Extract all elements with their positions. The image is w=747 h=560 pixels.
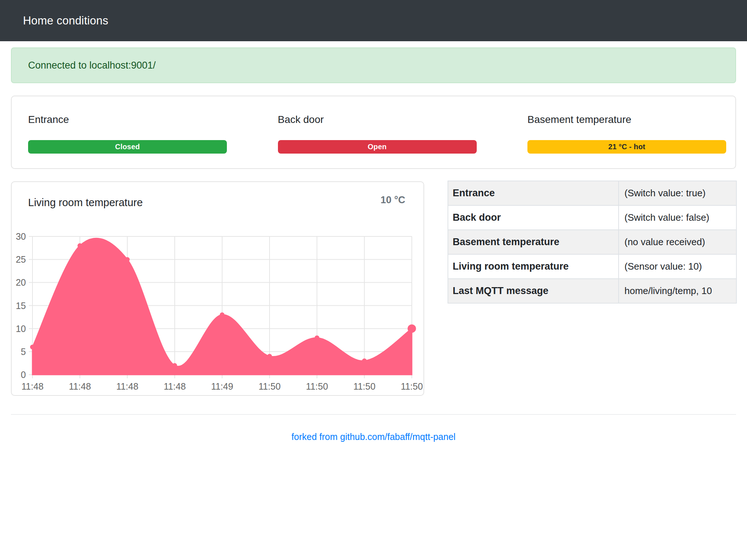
widget-title: Basement temperature (527, 114, 726, 125)
table-row: Basement temperature (no value received) (448, 230, 736, 254)
widget-title: Back door (278, 114, 477, 125)
row-label: Living room temperature (448, 254, 619, 279)
connection-alert: Connected to localhost:9001/ (11, 47, 736, 83)
table-row: Last MQTT message home/living/temp, 10 (448, 279, 736, 303)
app-title: Home conditions (23, 14, 108, 27)
status-widgets-panel: Entrance Closed Back door Open Basement … (11, 96, 736, 169)
row-value: (no value received) (619, 230, 736, 254)
status-badge-entrance: Closed (28, 140, 227, 154)
svg-text:11:49: 11:49 (211, 381, 233, 391)
svg-text:11:50: 11:50 (259, 381, 281, 391)
row-value: (Switch value: false) (619, 205, 736, 230)
row-label: Entrance (448, 181, 619, 205)
widget-basement-temperature: Basement temperature 21 °C - hot (527, 114, 726, 168)
sensor-table: Entrance (Switch value: true) Back door … (448, 181, 737, 304)
svg-text:11:48: 11:48 (164, 381, 186, 391)
row-label: Last MQTT message (448, 279, 619, 303)
svg-text:11:50: 11:50 (306, 381, 328, 391)
svg-text:11:48: 11:48 (116, 381, 139, 391)
svg-text:15: 15 (16, 301, 26, 311)
status-badge-back-door: Open (278, 140, 477, 154)
row-value: (Switch value: true) (619, 181, 736, 205)
widget-back-door: Back door Open (278, 114, 477, 168)
footer-divider (11, 414, 736, 415)
svg-text:11:50: 11:50 (353, 381, 376, 391)
status-badge-basement-temperature: 21 °C - hot (527, 140, 726, 154)
svg-text:10: 10 (16, 324, 26, 334)
chart-panel: Living room temperature 10 °C 0510152025… (11, 181, 424, 396)
row-value: (Sensor value: 10) (619, 254, 736, 279)
footer: forked from github.com/fabaff/mqtt-panel (0, 432, 747, 442)
row-value: home/living/temp, 10 (619, 279, 736, 303)
row-label: Basement temperature (448, 230, 619, 254)
navbar: Home conditions (0, 0, 747, 41)
svg-text:11:50: 11:50 (401, 381, 423, 391)
table-row: Back door (Switch value: false) (448, 205, 736, 230)
table-row: Entrance (Switch value: true) (448, 181, 736, 205)
svg-text:0: 0 (21, 370, 26, 380)
temperature-chart[interactable]: 05101520253011:4811:4811:4811:4811:4911:… (12, 182, 425, 397)
row-label: Back door (448, 205, 619, 230)
source-link[interactable]: forked from github.com/fabaff/mqtt-panel (291, 432, 456, 442)
widget-title: Entrance (28, 114, 227, 125)
svg-text:25: 25 (16, 254, 26, 264)
svg-text:11:48: 11:48 (69, 381, 91, 391)
table-row: Living room temperature (Sensor value: 1… (448, 254, 736, 279)
svg-text:30: 30 (16, 231, 26, 242)
connection-alert-text: Connected to localhost:9001/ (28, 60, 156, 71)
svg-text:20: 20 (16, 277, 26, 287)
svg-text:11:48: 11:48 (22, 381, 44, 391)
widget-entrance: Entrance Closed (28, 114, 227, 168)
svg-text:5: 5 (21, 347, 26, 357)
